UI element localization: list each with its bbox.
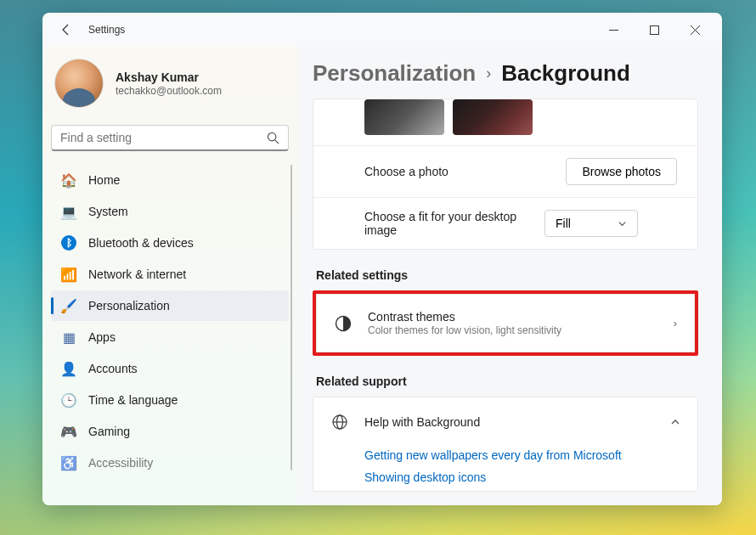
sidebar-item-bluetooth[interactable]: ᛒBluetooth & devices (51, 228, 289, 258)
chevron-up-icon (670, 417, 680, 427)
fit-value: Fill (556, 217, 571, 230)
nav-scrollbar[interactable] (291, 165, 292, 470)
sidebar-item-apps[interactable]: ▦Apps (51, 322, 289, 352)
nav-label: Personalization (88, 299, 170, 313)
sidebar-item-accounts[interactable]: 👤Accounts (51, 353, 289, 384)
sidebar-item-network[interactable]: 📶Network & internet (51, 259, 289, 290)
fit-label: Choose a fit for your desktop image (364, 210, 534, 237)
sidebar-item-accessibility[interactable]: ♿Accessibility (51, 448, 289, 478)
breadcrumb-parent[interactable]: Personalization (313, 60, 476, 87)
nav-label: Bluetooth & devices (88, 236, 194, 250)
sidebar-item-home[interactable]: 🏠Home (51, 165, 289, 195)
home-icon: 🏠 (61, 172, 76, 188)
minimize-button[interactable] (595, 17, 632, 42)
help-link-wallpapers[interactable]: Getting new wallpapers every day from Mi… (313, 447, 697, 469)
content-area: Akshay Kumar techakko@outlook.com 🏠Home … (42, 47, 722, 505)
related-settings-heading: Related settings (316, 268, 698, 282)
close-button[interactable] (676, 17, 714, 42)
help-row[interactable]: Help with Background (313, 397, 697, 447)
titlebar: Settings (42, 13, 722, 47)
sidebar-item-time[interactable]: 🕒Time & language (51, 385, 289, 415)
svg-point-2 (268, 132, 275, 140)
choose-photo-row: Choose a photo Browse photos (313, 145, 697, 197)
recent-thumbs (313, 99, 697, 145)
chevron-right-icon: › (486, 65, 491, 82)
nav-list: 🏠Home 💻System ᛒBluetooth & devices 📶Netw… (51, 165, 289, 478)
sidebar-item-system[interactable]: 💻System (51, 196, 289, 227)
gaming-icon: 🎮 (61, 424, 76, 439)
search-box[interactable] (51, 125, 289, 151)
brush-icon: 🖌️ (61, 298, 76, 313)
contrast-icon (334, 314, 353, 333)
nav-label: Home (88, 173, 120, 187)
close-icon (691, 25, 700, 35)
profile-name: Akshay Kumar (116, 70, 222, 84)
accessibility-icon: ♿ (61, 455, 76, 470)
fit-dropdown[interactable]: Fill (544, 210, 638, 237)
accounts-icon: 👤 (61, 361, 76, 376)
maximize-icon (650, 25, 659, 35)
nav-label: Time & language (88, 393, 178, 407)
help-link-desktop-icons[interactable]: Showing desktop icons (313, 469, 697, 491)
search-input[interactable] (60, 131, 267, 144)
sidebar: Akshay Kumar techakko@outlook.com 🏠Home … (42, 47, 297, 505)
nav-label: Accounts (88, 362, 138, 375)
related-support-heading: Related support (316, 374, 698, 388)
breadcrumb: Personalization › Background (313, 60, 698, 87)
profile-email: techakko@outlook.com (116, 85, 222, 97)
nav-label: Apps (88, 330, 116, 344)
wifi-icon: 📶 (61, 267, 76, 282)
thumbnail-recent-1[interactable] (364, 99, 444, 135)
profile-block[interactable]: Akshay Kumar techakko@outlook.com (51, 54, 289, 123)
chevron-right-icon: › (674, 317, 677, 329)
settings-window: Settings Akshay Kumar techakko@outlook.c… (42, 13, 722, 505)
browse-photos-button[interactable]: Browse photos (566, 158, 677, 185)
background-card: Choose a photo Browse photos Choose a fi… (313, 99, 698, 250)
nav-label: Accessibility (88, 456, 153, 470)
help-title: Help with Background (364, 415, 655, 429)
bluetooth-icon: ᛒ (61, 235, 76, 251)
system-icon: 💻 (61, 204, 76, 219)
help-card: Help with Background Getting new wallpap… (313, 397, 698, 492)
thumbnail-recent-2[interactable] (453, 99, 533, 135)
contrast-themes-row[interactable]: Contrast themes Color themes for low vis… (317, 295, 694, 352)
window-controls (595, 17, 714, 42)
nav-label: Network & internet (88, 268, 186, 281)
arrow-left-icon (59, 23, 73, 37)
tutorial-highlight: Contrast themes Color themes for low vis… (313, 290, 698, 356)
fit-row: Choose a fit for your desktop image Fill (313, 197, 697, 249)
contrast-themes-card: Contrast themes Color themes for low vis… (316, 294, 695, 352)
window-title: Settings (88, 24, 125, 36)
maximize-button[interactable] (635, 17, 673, 42)
back-button[interactable] (54, 18, 78, 42)
nav-label: Gaming (88, 425, 130, 438)
svg-line-3 (275, 139, 279, 143)
choose-photo-label: Choose a photo (364, 165, 556, 178)
avatar (54, 59, 104, 108)
page-title: Background (501, 60, 630, 87)
globe-icon (330, 413, 349, 431)
search-icon (267, 132, 279, 144)
sidebar-item-personalization[interactable]: 🖌️Personalization (51, 290, 289, 321)
minimize-icon (609, 25, 618, 35)
contrast-title: Contrast themes (368, 310, 658, 324)
apps-icon: ▦ (61, 329, 76, 345)
svg-rect-1 (650, 25, 658, 34)
chevron-down-icon (618, 219, 627, 228)
contrast-desc: Color themes for low vision, light sensi… (368, 324, 658, 336)
clock-icon: 🕒 (61, 392, 76, 408)
main-panel: Personalization › Background Choose a ph… (297, 47, 722, 505)
nav-label: System (88, 205, 128, 218)
sidebar-item-gaming[interactable]: 🎮Gaming (51, 416, 289, 447)
